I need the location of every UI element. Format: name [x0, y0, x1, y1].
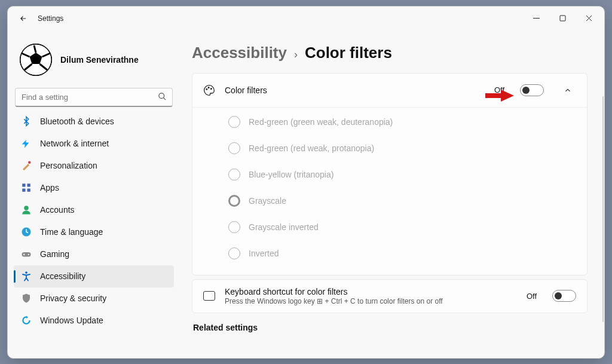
filter-option-label: Red-green (green weak, deuteranopia) — [249, 117, 393, 127]
minimize-button[interactable] — [523, 9, 549, 28]
page-title: Color filters — [305, 44, 392, 62]
svg-point-18 — [208, 87, 209, 88]
radio-icon — [228, 142, 240, 154]
filter-option[interactable]: Red-green (red weak, protanopia) — [228, 135, 576, 161]
sidebar-item-label: Accessibility — [40, 271, 85, 281]
back-button[interactable] — [14, 9, 33, 28]
svg-point-6 — [159, 93, 164, 98]
radio-icon — [228, 116, 240, 128]
sidebar-item-gaming[interactable]: Gaming — [14, 243, 174, 265]
sidebar-item-label: Privacy & security — [40, 293, 106, 303]
wifi-icon — [21, 138, 32, 149]
sidebar-item-label: Time & language — [40, 227, 103, 237]
chevron-right-icon: › — [294, 48, 298, 61]
maximize-button[interactable] — [549, 9, 576, 28]
color-filters-toggle[interactable] — [520, 84, 544, 96]
keyboard-shortcut-card: Keyboard shortcut for color filters Pres… — [192, 279, 587, 313]
nav: Bluetooth & devicesNetwork & internetPer… — [14, 115, 174, 354]
titlebar: Settings — [8, 7, 604, 30]
radio-icon — [228, 221, 240, 233]
svg-point-12 — [24, 206, 29, 210]
breadcrumb-parent[interactable]: Accessibility — [192, 44, 287, 62]
svg-point-17 — [206, 88, 207, 90]
filter-option[interactable]: Blue-yellow (tritanopia) — [228, 161, 576, 188]
search-icon — [158, 92, 167, 103]
svg-rect-10 — [22, 189, 25, 192]
palette-icon — [203, 84, 215, 96]
clock-icon — [21, 227, 32, 237]
radio-icon — [228, 169, 240, 181]
color-filters-state: Off — [494, 85, 504, 94]
apps-icon — [21, 182, 32, 193]
kb-shortcut-state: Off — [527, 292, 537, 301]
sidebar-item-personalization[interactable]: Personalization — [14, 155, 174, 177]
svg-rect-1 — [560, 16, 565, 21]
sidebar-item-time[interactable]: Time & language — [14, 221, 174, 243]
sidebar-item-label: Accounts — [40, 205, 75, 215]
filter-option-label: Red-green (red weak, protanopia) — [249, 143, 374, 153]
filter-option[interactable]: Red-green (green weak, deuteranopia) — [228, 109, 576, 135]
sidebar-item-label: Personalization — [40, 161, 97, 170]
main: Accessibility › Color filters Color filt… — [180, 30, 604, 358]
sync-icon — [21, 315, 32, 326]
close-button[interactable] — [576, 9, 602, 28]
sidebar: Dilum Senevirathne Bluetooth & devicesNe… — [8, 30, 180, 358]
sidebar-item-accounts[interactable]: Accounts — [14, 199, 174, 221]
radio-icon — [228, 195, 240, 207]
brush-icon — [21, 160, 32, 171]
svg-point-7 — [28, 161, 31, 164]
sidebar-item-bluetooth[interactable]: Bluetooth & devices — [14, 115, 174, 133]
sidebar-item-apps[interactable]: Apps — [14, 177, 174, 199]
settings-window: Settings Dilum Senevirathne — [7, 6, 605, 359]
svg-point-19 — [211, 88, 212, 89]
sidebar-item-privacy[interactable]: Privacy & security — [14, 287, 174, 310]
sidebar-item-label: Bluetooth & devices — [40, 117, 114, 126]
avatar — [20, 44, 52, 76]
svg-rect-8 — [22, 183, 25, 186]
color-filters-title: Color filters — [225, 85, 485, 95]
sidebar-item-network[interactable]: Network & internet — [14, 133, 174, 155]
color-filter-options: Red-green (green weak, deuteranopia)Red-… — [192, 107, 587, 275]
search-input[interactable] — [15, 88, 173, 107]
shield-icon — [21, 293, 32, 304]
kb-shortcut-title: Keyboard shortcut for color filters — [225, 287, 517, 296]
filter-option-label: Grayscale inverted — [249, 222, 319, 232]
scrollbar[interactable] — [602, 96, 604, 322]
sidebar-item-label: Windows Update — [40, 316, 103, 325]
related-settings-heading: Related settings — [193, 323, 587, 332]
person-icon — [21, 204, 32, 215]
svg-rect-11 — [27, 189, 30, 192]
filter-option-label: Blue-yellow (tritanopia) — [249, 170, 333, 179]
kb-shortcut-toggle[interactable] — [552, 290, 576, 302]
svg-point-15 — [28, 254, 29, 255]
collapse-button[interactable] — [559, 82, 576, 99]
sidebar-item-label: Network & internet — [40, 139, 109, 148]
sidebar-item-update[interactable]: Windows Update — [14, 310, 174, 332]
sidebar-item-accessibility[interactable]: Accessibility — [14, 265, 174, 287]
filter-option[interactable]: Grayscale — [228, 188, 576, 214]
app-title: Settings — [38, 14, 63, 23]
keyboard-icon — [203, 290, 215, 302]
filter-option-label: Inverted — [249, 249, 279, 258]
profile[interactable]: Dilum Senevirathne — [14, 30, 174, 88]
color-filters-card: Color filters Off Red-green (green weak,… — [192, 73, 587, 276]
filter-option[interactable]: Grayscale inverted — [228, 214, 576, 240]
radio-icon — [228, 247, 240, 259]
sidebar-item-label: Apps — [40, 183, 59, 192]
kb-shortcut-desc: Press the Windows logo key ⊞ + Ctrl + C … — [225, 297, 517, 305]
svg-point-16 — [25, 271, 27, 274]
filter-option-label: Grayscale — [249, 196, 286, 206]
gamepad-icon — [21, 249, 32, 259]
filter-option[interactable]: Inverted — [228, 240, 576, 267]
bluetooth-icon — [21, 116, 32, 127]
accessibility-icon — [21, 271, 32, 282]
svg-rect-0 — [533, 18, 540, 19]
username: Dilum Senevirathne — [60, 55, 139, 65]
svg-rect-9 — [27, 183, 30, 186]
breadcrumb: Accessibility › Color filters — [192, 44, 587, 62]
sidebar-item-label: Gaming — [40, 249, 69, 259]
